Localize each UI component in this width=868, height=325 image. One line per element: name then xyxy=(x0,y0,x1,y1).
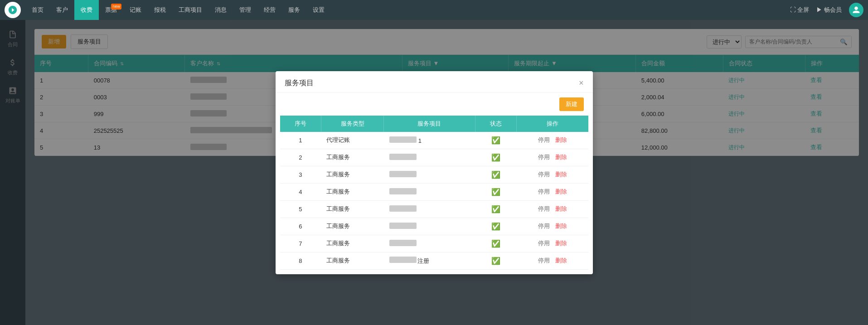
modal-cell-item: 注册 xyxy=(384,252,475,269)
modal-cell-type: 工商服务 xyxy=(321,200,383,218)
top-navigation: 首页 客户 收费 票据 new 记账 报税 工商项目 消息 管理 经营 服务 设… xyxy=(0,0,868,20)
modal-cell-seq: 7 xyxy=(280,235,321,252)
nav-fee[interactable]: 收费 xyxy=(74,0,99,20)
nav-client[interactable]: 客户 xyxy=(50,0,74,20)
modal-cell-status: ✅ xyxy=(475,166,517,183)
delete-button[interactable]: 删除 xyxy=(555,240,567,247)
modal-table-row: 3 工商服务 ✅ 停用 删除 xyxy=(280,166,588,183)
modal-table-row: 8 工商服务 注册 ✅ 停用 删除 xyxy=(280,252,588,269)
status-check-icon: ✅ xyxy=(491,205,500,213)
status-check-icon: ✅ xyxy=(491,257,500,265)
nav-commerce[interactable]: 工商项目 xyxy=(172,0,209,20)
modal-cell-status: ✅ xyxy=(475,252,517,269)
modal-body: 序号 服务类型 服务项目 状态 操作 1 代理记账 1 ✅ 停用 删除 2 xyxy=(276,116,593,274)
status-check-icon: ✅ xyxy=(491,171,500,179)
nav-right: ⛶ 全屏 ▶ 畅会员 xyxy=(790,3,863,17)
app-logo[interactable] xyxy=(5,2,21,18)
modal-cell-item xyxy=(384,149,475,166)
modal-header-row: 序号 服务类型 服务项目 状态 操作 xyxy=(280,116,588,132)
modal-cell-action: 停用 删除 xyxy=(517,132,588,149)
delete-button[interactable]: 删除 xyxy=(555,257,567,264)
stop-button[interactable]: 停用 xyxy=(538,240,550,247)
stop-button[interactable]: 停用 xyxy=(538,171,550,178)
service-items-modal: 服务项目 × 新建 序号 服务类型 服务项目 状态 xyxy=(276,71,593,274)
modal-cell-status: ✅ xyxy=(475,218,517,235)
modal-header: 服务项目 × xyxy=(276,71,593,93)
modal-cell-action: 停用 删除 xyxy=(517,183,588,200)
delete-button[interactable]: 删除 xyxy=(555,154,567,160)
modal-cell-status: ✅ xyxy=(475,183,517,200)
modal-cell-action: 停用 删除 xyxy=(517,235,588,252)
modal-table-row: 7 工商服务 ✅ 停用 删除 xyxy=(280,235,588,252)
stop-button[interactable]: 停用 xyxy=(538,136,550,143)
modal-cell-seq: 6 xyxy=(280,218,321,235)
nav-tax[interactable]: 报税 xyxy=(148,0,172,20)
member-btn[interactable]: ▶ 畅会员 xyxy=(816,6,842,14)
nav-service[interactable]: 服务 xyxy=(282,0,306,20)
modal-col-type: 服务类型 xyxy=(321,116,383,132)
modal-cell-type: 工商服务 xyxy=(321,235,383,252)
modal-cell-action: 停用 删除 xyxy=(517,252,588,269)
modal-title: 服务项目 xyxy=(285,78,314,88)
modal-close-button[interactable]: × xyxy=(579,79,584,87)
modal-cell-type: 工商服务 xyxy=(321,252,383,269)
modal-cell-seq: 3 xyxy=(280,166,321,183)
stop-button[interactable]: 停用 xyxy=(538,154,550,160)
modal-cell-item xyxy=(384,166,475,183)
stop-button[interactable]: 停用 xyxy=(538,223,550,229)
modal-cell-seq: 5 xyxy=(280,200,321,218)
stop-button[interactable]: 停用 xyxy=(538,205,550,212)
modal-new-button[interactable]: 新建 xyxy=(559,97,584,111)
modal-col-seq: 序号 xyxy=(280,116,321,132)
modal-cell-item xyxy=(384,218,475,235)
status-check-icon: ✅ xyxy=(491,136,500,144)
user-avatar[interactable] xyxy=(849,3,863,17)
delete-button[interactable]: 删除 xyxy=(555,136,567,143)
status-check-icon: ✅ xyxy=(491,240,500,247)
delete-button[interactable]: 删除 xyxy=(555,205,567,212)
modal-cell-item: 1 xyxy=(384,132,475,149)
modal-toolbar: 新建 xyxy=(276,93,593,116)
nav-manage[interactable]: 管理 xyxy=(233,0,257,20)
modal-cell-status: ✅ xyxy=(475,235,517,252)
nav-settings[interactable]: 设置 xyxy=(306,0,331,20)
modal-overlay: 服务项目 × 新建 序号 服务类型 服务项目 状态 xyxy=(25,20,868,325)
modal-cell-item xyxy=(384,200,475,218)
modal-table-row: 4 工商服务 ✅ 停用 删除 xyxy=(280,183,588,200)
modal-cell-item xyxy=(384,183,475,200)
fullscreen-btn[interactable]: ⛶ 全屏 xyxy=(790,6,810,14)
status-check-icon: ✅ xyxy=(491,188,500,196)
stop-button[interactable]: 停用 xyxy=(538,257,550,264)
modal-cell-type: 工商服务 xyxy=(321,183,383,200)
modal-table-row: 2 工商服务 ✅ 停用 删除 xyxy=(280,149,588,166)
modal-table-row: 5 工商服务 ✅ 停用 删除 xyxy=(280,200,588,218)
modal-col-item: 服务项目 xyxy=(384,116,475,132)
nav-bookkeeping[interactable]: 记账 xyxy=(123,0,148,20)
modal-cell-type: 工商服务 xyxy=(321,149,383,166)
modal-cell-seq: 1 xyxy=(280,132,321,149)
nav-invoice[interactable]: 票据 new xyxy=(99,0,123,20)
nav-home[interactable]: 首页 xyxy=(25,0,50,20)
modal-cell-seq: 2 xyxy=(280,149,321,166)
delete-button[interactable]: 删除 xyxy=(555,171,567,178)
modal-table-row: 1 代理记账 1 ✅ 停用 删除 xyxy=(280,132,588,149)
delete-button[interactable]: 删除 xyxy=(555,223,567,229)
delete-button[interactable]: 删除 xyxy=(555,188,567,195)
service-items-table: 序号 服务类型 服务项目 状态 操作 1 代理记账 1 ✅ 停用 删除 2 xyxy=(280,116,588,270)
modal-cell-action: 停用 删除 xyxy=(517,218,588,235)
nav-message[interactable]: 消息 xyxy=(209,0,233,20)
modal-cell-status: ✅ xyxy=(475,200,517,218)
modal-cell-status: ✅ xyxy=(475,132,517,149)
modal-cell-type: 工商服务 xyxy=(321,218,383,235)
modal-cell-type: 代理记账 xyxy=(321,132,383,149)
modal-cell-item xyxy=(384,235,475,252)
stop-button[interactable]: 停用 xyxy=(538,188,550,195)
new-badge: new xyxy=(111,4,121,10)
modal-cell-action: 停用 删除 xyxy=(517,149,588,166)
nav-operation[interactable]: 经营 xyxy=(257,0,282,20)
modal-col-status: 状态 xyxy=(475,116,517,132)
modal-table-row: 6 工商服务 ✅ 停用 删除 xyxy=(280,218,588,235)
modal-cell-seq: 8 xyxy=(280,252,321,269)
modal-cell-action: 停用 删除 xyxy=(517,166,588,183)
main-layout: 合同 收费 对账单 新增 服务项目 xyxy=(0,20,868,325)
